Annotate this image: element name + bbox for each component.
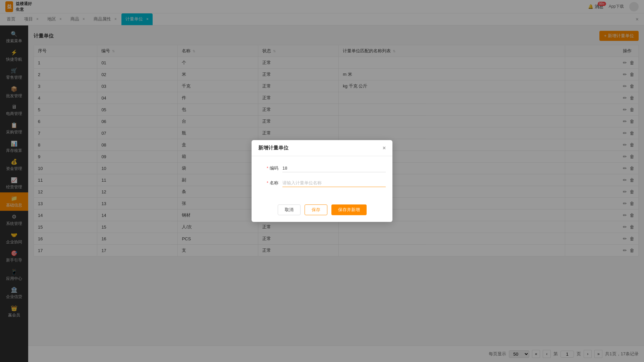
save-and-new-btn[interactable]: 保存并新增 bbox=[331, 204, 367, 215]
code-input[interactable] bbox=[282, 164, 386, 172]
modal-body: *编码 *名称 bbox=[252, 156, 392, 200]
form-row-name: *名称 bbox=[258, 179, 386, 187]
code-label: *编码 bbox=[258, 165, 278, 171]
modal-add-measure-unit: 新增计量单位 × *编码 *名称 取消 保存 保存并新增 bbox=[252, 140, 392, 222]
cancel-btn[interactable]: 取消 bbox=[278, 204, 301, 215]
name-required-star: * bbox=[267, 180, 268, 185]
save-btn[interactable]: 保存 bbox=[305, 204, 327, 215]
modal-close-btn[interactable]: × bbox=[383, 145, 386, 151]
form-row-code: *编码 bbox=[258, 164, 386, 172]
code-required-star: * bbox=[267, 166, 268, 171]
name-input[interactable] bbox=[282, 179, 386, 187]
name-label: *名称 bbox=[258, 180, 278, 186]
modal-header: 新增计量单位 × bbox=[252, 140, 392, 156]
modal-overlay: 新增计量单位 × *编码 *名称 取消 保存 保存并新增 bbox=[0, 0, 644, 362]
modal-footer: 取消 保存 保存并新增 bbox=[252, 200, 392, 222]
modal-title: 新增计量单位 bbox=[258, 145, 288, 151]
